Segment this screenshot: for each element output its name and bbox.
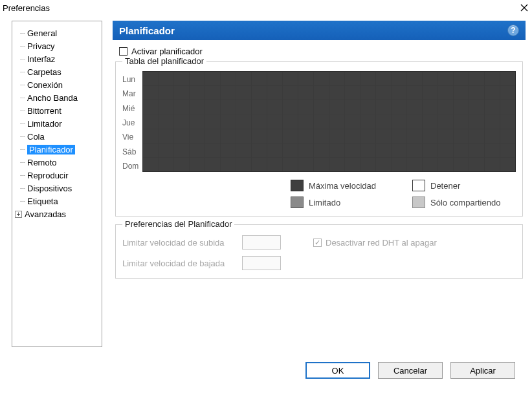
scheduler-cell[interactable] [345,158,360,171]
tree-item-interfaz[interactable]: ┈Interfaz [15,52,99,65]
scheduler-cell[interactable] [236,129,251,143]
scheduler-cell[interactable] [392,100,406,114]
scheduler-cell[interactable] [298,129,313,143]
scheduler-cell[interactable] [360,129,375,143]
scheduler-cell[interactable] [236,143,251,157]
scheduler-cell[interactable] [392,86,406,100]
help-icon[interactable]: ? [507,25,519,36]
scheduler-cell[interactable] [283,86,298,100]
scheduler-cell[interactable] [376,114,391,128]
scheduler-cell[interactable] [329,114,344,128]
ok-button[interactable]: OK [305,362,370,379]
scheduler-cell[interactable] [438,100,453,114]
scheduler-cell[interactable] [407,114,422,128]
scheduler-cell[interactable] [376,100,391,114]
scheduler-cell[interactable] [159,129,173,143]
scheduler-cell[interactable] [407,129,422,143]
scheduler-cell[interactable] [143,100,158,114]
scheduler-cell[interactable] [205,86,220,100]
scheduler-cell[interactable] [314,143,329,157]
scheduler-cell[interactable] [376,143,391,157]
scheduler-cell[interactable] [454,72,469,85]
scheduler-cell[interactable] [267,72,282,85]
scheduler-cell[interactable] [423,72,438,85]
tree-item-bittorrent[interactable]: ┈Bittorrent [15,104,99,117]
scheduler-cell[interactable] [423,114,438,128]
scheduler-cell[interactable] [329,129,344,143]
scheduler-cell[interactable] [469,129,484,143]
scheduler-cell[interactable] [205,129,220,143]
scheduler-cell[interactable] [438,158,453,171]
scheduler-cell[interactable] [500,143,515,157]
scheduler-cell[interactable] [174,114,189,128]
tree-item-cola[interactable]: ┈Cola [15,130,99,143]
scheduler-cell[interactable] [485,100,500,114]
scheduler-cell[interactable] [438,129,453,143]
scheduler-grid[interactable] [142,71,516,172]
scheduler-cell[interactable] [190,143,205,157]
scheduler-cell[interactable] [469,143,484,157]
tree-item-avanzadas[interactable]: + Avanzadas [15,207,99,220]
scheduler-cell[interactable] [407,86,422,100]
scheduler-cell[interactable] [252,86,267,100]
scheduler-cell[interactable] [236,114,251,128]
scheduler-cell[interactable] [283,100,298,114]
scheduler-cell[interactable] [283,158,298,171]
scheduler-cell[interactable] [423,129,438,143]
scheduler-cell[interactable] [298,100,313,114]
scheduler-cell[interactable] [345,143,360,157]
scheduler-cell[interactable] [221,129,236,143]
scheduler-cell[interactable] [423,86,438,100]
scheduler-cell[interactable] [221,158,236,171]
scheduler-cell[interactable] [298,158,313,171]
scheduler-cell[interactable] [205,72,220,85]
scheduler-cell[interactable] [283,72,298,85]
scheduler-cell[interactable] [469,114,484,128]
scheduler-cell[interactable] [174,143,189,157]
scheduler-cell[interactable] [438,72,453,85]
scheduler-cell[interactable] [423,143,438,157]
scheduler-cell[interactable] [376,158,391,171]
scheduler-cell[interactable] [252,100,267,114]
scheduler-cell[interactable] [376,72,391,85]
scheduler-cell[interactable] [345,86,360,100]
scheduler-cell[interactable] [360,72,375,85]
scheduler-cell[interactable] [454,158,469,171]
apply-button[interactable]: Aplicar [450,362,515,379]
scheduler-cell[interactable] [174,129,189,143]
scheduler-cell[interactable] [143,72,158,85]
scheduler-cell[interactable] [267,143,282,157]
scheduler-cell[interactable] [407,158,422,171]
tree-item-remoto[interactable]: ┈Remoto [15,156,99,169]
scheduler-cell[interactable] [314,158,329,171]
scheduler-cell[interactable] [159,72,173,85]
scheduler-cell[interactable] [485,114,500,128]
scheduler-cell[interactable] [485,72,500,85]
scheduler-cell[interactable] [159,143,173,157]
scheduler-cell[interactable] [252,114,267,128]
scheduler-cell[interactable] [407,143,422,157]
scheduler-cell[interactable] [174,72,189,85]
scheduler-cell[interactable] [221,86,236,100]
scheduler-cell[interactable] [329,86,344,100]
scheduler-cell[interactable] [329,143,344,157]
tree-item-dispositivos[interactable]: ┈Dispositivos [15,182,99,195]
scheduler-cell[interactable] [329,72,344,85]
scheduler-cell[interactable] [236,86,251,100]
tree-item-reproducir[interactable]: ┈Reproducir [15,169,99,182]
scheduler-cell[interactable] [392,129,406,143]
scheduler-cell[interactable] [205,100,220,114]
tree-item-privacy[interactable]: ┈Privacy [15,39,99,52]
scheduler-cell[interactable] [392,72,406,85]
scheduler-cell[interactable] [329,158,344,171]
scheduler-cell[interactable] [438,143,453,157]
scheduler-cell[interactable] [190,72,205,85]
scheduler-cell[interactable] [454,129,469,143]
scheduler-cell[interactable] [500,72,515,85]
scheduler-cell[interactable] [376,129,391,143]
tree-item-planificador[interactable]: ┈Planificador [15,143,99,156]
scheduler-cell[interactable] [159,100,173,114]
scheduler-cell[interactable] [314,72,329,85]
scheduler-cell[interactable] [438,86,453,100]
scheduler-cell[interactable] [190,86,205,100]
